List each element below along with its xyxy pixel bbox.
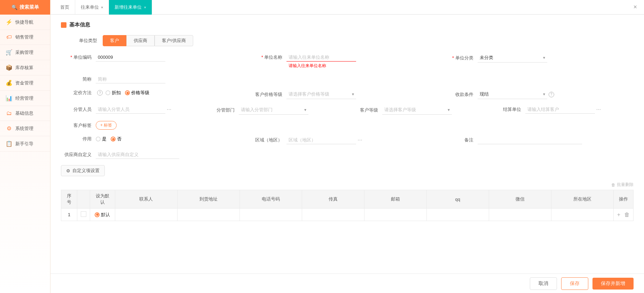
sidebar-item-operations[interactable]: 📊 经营管理 [0,91,50,106]
row-email[interactable] [364,209,426,221]
payment-terms-arrow-icon: ▾ [543,92,545,97]
disabled-yes-radio[interactable]: 是 [96,136,107,142]
custom-settings-button[interactable]: ⚙ 自定义项设置 [61,165,105,176]
purchase-icon: 🛒 [6,49,13,56]
form-group-remark: 备注 [443,136,634,144]
sidebar-item-inventory[interactable]: 📦 库存核算 [0,60,50,75]
customer-price-level-select[interactable]: 请选择客户价格等级 ▾ [286,90,356,99]
settlement-unit-dots-button[interactable]: ··· [595,106,602,113]
window-close-button[interactable]: × [630,3,640,11]
settlement-unit-input[interactable] [525,105,595,114]
short-name-input[interactable] [96,75,165,83]
remark-label: 备注 [443,137,478,143]
row-checkbox[interactable] [81,211,86,217]
row-default-label: 默认 [101,212,110,218]
row-phone-input[interactable] [243,212,298,217]
tab-new-counterparty-close[interactable]: × [144,5,146,9]
newbie-icon: 📋 [6,140,13,147]
row-address-input[interactable] [181,212,236,217]
batch-delete-label[interactable]: 批量删除 [617,182,634,188]
form-group-unit-name: 单位名称 请输入往来单位名称 [252,53,442,69]
row-phone[interactable] [239,209,302,221]
form-group-region: 区域（地区） ··· [252,136,442,144]
batch-delete-row: 🗑 批量删除 [61,182,634,190]
row-contact-input[interactable] [119,212,174,217]
row-qq[interactable] [426,209,489,221]
department-label: 分管部门 [204,107,239,113]
customer-level-select[interactable]: 请选择客户等级 ▾ [382,105,452,115]
region-dots-button[interactable]: ··· [356,137,363,143]
row-qq-input[interactable] [430,212,485,217]
disabled-no-radio[interactable]: 否 [111,136,121,142]
th-default: 设为默认 [90,190,115,209]
unit-code-input[interactable] [96,53,165,62]
tab-bar: 首页 往来单位 × 新增往来单位 × × [50,0,644,15]
row-address[interactable] [177,209,239,221]
sidebar-item-quick-nav[interactable]: ⚡ 快捷导航 [0,15,50,30]
unit-name-input[interactable] [286,53,356,62]
sys-mgmt-icon: ⚙ [6,125,13,132]
manager-input[interactable] [96,105,165,114]
customer-tag-label: 客户标签 [61,122,96,129]
row-wechat-input[interactable] [493,212,548,217]
add-tag-button[interactable]: + 标签 [96,121,117,130]
save-button[interactable]: 保存 [561,277,588,290]
unit-category-label: 单位分类 [443,55,478,61]
remark-input[interactable] [478,136,582,144]
cancel-button[interactable]: 取消 [530,277,557,290]
th-fax: 传真 [302,190,364,209]
th-checkbox [77,190,90,209]
unit-type-supplier-button[interactable]: 供应商 [126,35,155,46]
pricing-discount-radio[interactable]: 折扣 [105,90,121,96]
row-default-radio-group: 默认 [94,212,111,218]
form-row-supplier-custom: 供应商自定义 [61,150,634,159]
customer-level-placeholder: 请选择客户等级 [384,107,416,113]
unit-type-customer-button[interactable]: 客户 [103,35,126,46]
search-menu-button[interactable]: 🔍 搜索菜单 [0,0,50,15]
row-location-input[interactable] [555,212,610,217]
pricing-discount-radio-circle [105,90,110,95]
form-row-short-name: 简称 [61,75,634,83]
row-delete-button[interactable]: 🗑 [624,212,630,218]
table-row: 1 默认 [61,209,634,221]
row-checkbox-cell [77,209,90,221]
department-placeholder: 请输入分管部门 [241,107,273,113]
manager-dots-button[interactable]: ··· [165,106,173,113]
sidebar-item-basic-info[interactable]: 🗂 基础信息 [0,106,50,121]
sidebar-item-sales-mgmt[interactable]: 🏷 销售管理 [0,30,50,45]
unit-type-both-button[interactable]: 客户/供应商 [155,35,193,46]
sidebar-item-purchase-mgmt[interactable]: 🛒 采购管理 [0,45,50,60]
row-default-cell: 默认 [90,209,115,221]
row-email-input[interactable] [368,212,423,217]
unit-category-select[interactable]: 未分类 ▾ [478,53,547,63]
tab-counterparty-close[interactable]: × [101,5,103,9]
quick-nav-icon: ⚡ [6,19,13,25]
sidebar-item-finance[interactable]: 💰 资金管理 [0,75,50,91]
row-contact[interactable] [115,209,177,221]
payment-help-icon[interactable]: ? [549,92,554,97]
save-new-button[interactable]: 保存并新增 [592,278,634,290]
region-label: 区域（地区） [252,137,286,143]
tab-new-counterparty[interactable]: 新增往来单位 × [109,0,152,15]
pricing-method-radio-group: 折扣 价格等级 [105,90,149,96]
row-default-radio[interactable] [95,212,100,217]
department-select[interactable]: 请输入分管部门 ▾ [239,105,308,115]
supplier-custom-input[interactable] [96,150,179,159]
tab-home[interactable]: 首页 [55,0,75,15]
sidebar-item-sys-mgmt[interactable]: ⚙ 系统管理 [0,121,50,136]
form-group-disabled: 停用 是 否 [61,136,252,142]
finance-icon: 💰 [6,80,13,86]
customer-price-level-label: 客户价格等级 [252,91,286,98]
row-fax[interactable] [302,209,364,221]
unit-code-label: 单位编码 [61,54,96,60]
row-location[interactable] [551,209,613,221]
sidebar-item-newbie[interactable]: 📋 新手引导 [0,136,50,152]
region-input[interactable] [286,136,356,144]
row-fax-input[interactable] [306,212,361,217]
pricing-help-icon[interactable]: ? [97,90,103,96]
row-wechat[interactable] [489,209,551,221]
payment-terms-select[interactable]: 现结 ▾ [478,90,547,99]
pricing-level-radio[interactable]: 价格等级 [125,90,149,96]
row-add-button[interactable]: + [617,212,620,218]
tab-counterparty[interactable]: 往来单位 × [75,0,109,15]
